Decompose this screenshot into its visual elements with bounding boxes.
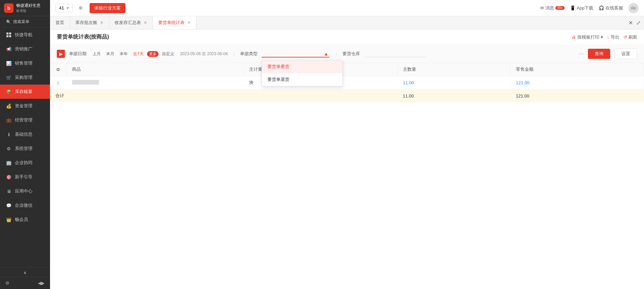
date-current-month-btn[interactable]: 本月 [104, 50, 116, 58]
selector-arrow-icon: ▾ [67, 5, 69, 10]
member-icon: 👑 [5, 216, 12, 223]
settings-btn[interactable]: 设置 [614, 48, 637, 59]
support-btn[interactable]: 🎧 在线客服 [599, 5, 623, 11]
sidebar-search[interactable]: 🔍 搜索菜单 [0, 16, 50, 28]
topbar: 41 ▾ ⚙ 体验行业方案 ✉ 消息 99+ 📱 App下载 🎧 在线客服 Ri… [50, 0, 644, 16]
box-icon: 📦 [5, 88, 12, 95]
footer-amount: 121.00 [510, 89, 644, 103]
app-download-btn[interactable]: 📱 App下载 [570, 5, 593, 11]
type-select-wrap: ▲ 要货单要货 要货单退货 [262, 50, 329, 58]
row-no: 1 [50, 76, 66, 89]
tab-order-stats[interactable]: 要货单统计表 ✕ [153, 16, 196, 29]
dropdown-option-order-return[interactable]: 要货单退货 [262, 73, 342, 86]
logo-icon: b [4, 3, 14, 13]
tab-order-stats-close[interactable]: ✕ [187, 20, 191, 25]
sidebar-item-app-center[interactable]: 🖥 应用中心 [0, 184, 50, 198]
print-icon: 🖨 [572, 35, 576, 40]
date-custom-btn[interactable]: 自定义 [160, 50, 176, 58]
sidebar-item-operations[interactable]: 💼 经营管理 [0, 113, 50, 127]
tab-batch-account-close[interactable]: ✕ [100, 20, 103, 25]
print-btn[interactable]: 🖨 按模板打印 ▾ [572, 34, 603, 40]
messages-btn[interactable]: ✉ 消息 99+ [540, 5, 565, 11]
date-year-btn[interactable]: 本年 [118, 50, 130, 58]
warehouse-input[interactable] [364, 50, 426, 57]
date-range-display: 2023-05-06 至 2023-06-06 [180, 51, 228, 57]
sidebar-item-member[interactable]: 👑 畅会员 [0, 213, 50, 227]
filter-expand-btn[interactable]: ▶ [57, 50, 65, 58]
trial-btn[interactable]: 体验行业方案 [90, 3, 125, 13]
message-badge: 99+ [555, 6, 565, 10]
gear-bottom-icon[interactable]: ⚙ [5, 281, 9, 286]
money-icon: 💰 [5, 103, 12, 109]
sidebar-item-guide[interactable]: 🎯 新手引导 [0, 170, 50, 184]
wechat-icon: 💬 [5, 202, 12, 209]
divider-1: | [233, 51, 234, 57]
store-selector[interactable]: 41 ▾ [55, 4, 73, 12]
export-icon: ↓ [607, 35, 610, 40]
logo-text: 畅捷通好生意 标准版 [16, 3, 41, 13]
sidebar-item-marketing[interactable]: 📢 营销推广 [0, 42, 50, 56]
row-goods [66, 76, 244, 89]
sidebar-bottom: ⚙ ◀▶ [0, 277, 50, 289]
amount-link[interactable]: 121.00 [516, 80, 529, 85]
type-label: 单据类型 [240, 51, 258, 57]
sidebar-item-finance[interactable]: 💰 资金管理 [0, 99, 50, 113]
dropdown-option-order-req[interactable]: 要货单要货 [262, 60, 342, 73]
row-qty: 11.00 [398, 76, 510, 89]
tab-collect-summary[interactable]: 收发存汇总表 ✕ [109, 16, 153, 29]
guide-icon: 🎯 [5, 174, 12, 180]
sidebar: b 畅捷通好生意 标准版 🔍 搜索菜单 快捷导航 📢 营销推广 📊 销售管理 🛒… [0, 0, 50, 289]
filter-more-btn[interactable]: ··· [579, 51, 584, 57]
svg-rect-3 [9, 35, 11, 37]
sidebar-item-purchase[interactable]: 🛒 采购管理 [0, 70, 50, 85]
search-icon: 🔍 [6, 20, 11, 24]
table-col-qty: 主数量 [398, 63, 510, 76]
table-col-settings[interactable]: ⚙ [50, 63, 66, 76]
query-btn[interactable]: 查询 [588, 49, 610, 59]
user-avatar[interactable]: Rit [628, 3, 639, 13]
sidebar-logo: b 畅捷通好生意 标准版 [0, 0, 50, 16]
info-icon: ℹ [5, 131, 12, 138]
sidebar-item-wechat[interactable]: 💬 企业微信 [0, 198, 50, 213]
svg-rect-2 [6, 35, 8, 37]
topbar-gear-btn[interactable]: ⚙ [76, 3, 86, 13]
page-actions: 🖨 按模板打印 ▾ ↓ 导出 ↺ 刷新 [572, 34, 638, 40]
table-total-row: 合计 11.00 121.00 [50, 89, 644, 103]
date-7days-btn[interactable]: 近7天 [131, 50, 146, 58]
date-more-badge[interactable]: 更多 [147, 51, 159, 57]
tab-home[interactable]: 首页 [50, 16, 70, 29]
sidebar-scroll-up[interactable]: ▲ [0, 267, 50, 277]
tab-close-all-btn[interactable]: ✕ [628, 20, 633, 26]
table-row: 1 块 11.00 121.00 [50, 76, 644, 89]
sidebar-item-quick-nav[interactable]: 快捷导航 [0, 28, 50, 42]
data-table: ⚙ 商品 主计量单位 主数量 零售金额 [50, 63, 644, 102]
cart-icon: 🛒 [5, 74, 12, 81]
tab-batch-account[interactable]: 库存批次账 ✕ [70, 16, 109, 29]
message-icon: ✉ [540, 5, 544, 10]
tab-collect-summary-close[interactable]: ✕ [144, 20, 147, 25]
date-prev-month-btn[interactable]: 上月 [91, 50, 103, 58]
phone-icon: 📱 [570, 5, 575, 10]
type-select[interactable] [262, 50, 329, 58]
footer-label: 合计 [50, 89, 244, 103]
tab-expand-btn[interactable]: ⤢ [636, 20, 641, 26]
qty-link[interactable]: 11.00 [403, 80, 414, 85]
page-header: 要货单统计表(按商品) 🖨 按模板打印 ▾ ↓ 导出 ↺ 刷新 [50, 29, 644, 45]
page-title: 要货单统计表(按商品) [57, 34, 109, 41]
headset-icon: 🎧 [599, 5, 604, 10]
export-btn[interactable]: ↓ 导出 [607, 34, 620, 40]
date-group: 上月 本月 本年 近7天 更多 自定义 [91, 50, 176, 58]
sidebar-item-inventory[interactable]: 📦 库存核算 [0, 85, 50, 99]
sidebar-item-basic-info[interactable]: ℹ 基础信息 [0, 127, 50, 141]
filter-row: ▶ 单据日期 上月 本月 本年 近7天 更多 自定义 2023-05-06 至 … [50, 45, 644, 63]
enterprise-icon: 🏢 [5, 159, 12, 166]
main-area: 41 ▾ ⚙ 体验行业方案 ✉ 消息 99+ 📱 App下载 🎧 在线客服 Ri… [50, 0, 644, 289]
refresh-btn[interactable]: ↺ 刷新 [623, 34, 637, 40]
footer-empty [244, 89, 398, 103]
collapse-icon[interactable]: ◀▶ [38, 281, 45, 286]
sidebar-item-system[interactable]: ⚙ 系统管理 [0, 141, 50, 156]
table-col-goods: 商品 [66, 63, 244, 76]
sidebar-item-sales[interactable]: 📊 销售管理 [0, 56, 50, 70]
sidebar-item-enterprise[interactable]: 🏢 企业协同 [0, 156, 50, 170]
svg-rect-0 [6, 32, 8, 35]
